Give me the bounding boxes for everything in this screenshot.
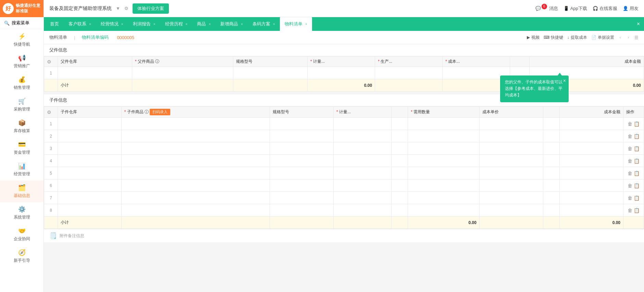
scan-input-btn[interactable]: 扫码录入 <box>150 109 170 115</box>
basic-info-icon: 🗂️ <box>18 184 26 191</box>
child-col-unit-cost: 成本单价 <box>479 107 543 118</box>
child-col-warehouse: 子件仓库 <box>58 107 122 118</box>
settings-icon[interactable]: ⚙ <box>124 6 128 11</box>
child-row-7: 7 🗑📋 <box>44 192 644 204</box>
child-row-3: 3 🗑📋 <box>44 142 644 155</box>
copy-row-6-btn[interactable]: 📋 <box>634 183 640 188</box>
parent-gear-icon[interactable]: ⚙ <box>47 59 51 65</box>
child-col-qty: * 需用数量 <box>408 107 480 118</box>
breadcrumb-2: 物料清单编码 <box>82 34 109 40</box>
user-avatar-icon: 👤 <box>623 6 628 11</box>
tab-bom[interactable]: 物料清单× <box>280 17 312 31</box>
tab-home[interactable]: 首页 <box>45 17 64 31</box>
tab-customer[interactable]: 客户联系× <box>64 17 96 31</box>
doc-settings-btn[interactable]: 📄 单据设置 <box>591 35 614 40</box>
copy-row-3-btn[interactable]: 📋 <box>634 146 640 151</box>
close-operations-tab[interactable]: × <box>121 22 123 26</box>
sidebar-item-basic-info[interactable]: 🗂️ 基础信息 <box>0 180 44 202</box>
tab-profit[interactable]: 利润报告× <box>128 17 160 31</box>
sidebar-item-inventory[interactable]: 📦 库存核算 <box>0 116 44 137</box>
child-col-spec: 规格型号 <box>270 107 334 118</box>
delete-row-3-btn[interactable]: 🗑 <box>628 146 632 151</box>
online-service-button[interactable]: 🎧 在线客服 <box>593 5 617 12</box>
app-download-button[interactable]: 📱 App下载 <box>564 5 587 12</box>
tooltip-close-btn[interactable]: × <box>563 77 566 84</box>
search-icon: 🔍 <box>4 21 10 26</box>
search-menu[interactable]: 🔍 搜索菜单 <box>0 17 44 29</box>
close-history-tab[interactable]: × <box>186 22 188 26</box>
copy-row-4-btn[interactable]: 📋 <box>634 158 640 164</box>
delete-row-8-btn[interactable]: 🗑 <box>628 208 632 213</box>
tab-operations[interactable]: 经营情况× <box>96 17 128 31</box>
guide-icon: 🧭 <box>18 249 26 256</box>
tab-barcode[interactable]: 条码方案× <box>248 17 280 31</box>
close-new-goods-tab[interactable]: × <box>241 22 243 26</box>
delete-row-7-btn[interactable]: 🗑 <box>628 195 632 201</box>
sidebar-item-sales[interactable]: 💰 销售管理 <box>0 72 44 94</box>
parent-col-goods: * 父件商品 ⓘ <box>132 57 233 67</box>
video-btn[interactable]: ▶ 视频 <box>527 35 540 40</box>
page-header: 物料清单 | 物料清单编码 0000005 ▶ 视频 ⌨ 快捷键 ↓ 提取成本 … <box>44 31 644 44</box>
copy-row-7-btn[interactable]: 📋 <box>634 195 640 201</box>
sidebar-item-operations[interactable]: 📊 经营管理 <box>0 159 44 180</box>
child-subtotal-row: 小计 0.00 0.00 <box>44 217 644 229</box>
child-row-5: 5 🗑📋 <box>44 167 644 179</box>
child-row-6: 6 🗑📋 <box>44 179 644 192</box>
child-row-1: 1 🗑📋 <box>44 118 644 130</box>
dropdown-arrow-icon[interactable]: ▼ <box>116 6 120 11</box>
sidebar-item-guide[interactable]: 🧭 新手引导 <box>0 245 44 267</box>
message-button[interactable]: 💬 6 消息 <box>535 5 558 12</box>
child-gear-icon[interactable]: ⚙ <box>47 109 51 115</box>
child-col-cost-amount: 成本金额 <box>560 107 623 118</box>
close-customer-tab[interactable]: × <box>89 22 91 26</box>
child-col-settings: ⚙ <box>44 107 58 118</box>
sidebar-item-finance[interactable]: 💳 资金管理 <box>0 137 44 159</box>
user-profile-button[interactable]: 👤 用友 <box>623 5 639 12</box>
sidebar-item-marketing[interactable]: 📢 营销推广 <box>0 51 44 72</box>
sidebar-item-collab[interactable]: 🤝 企业协同 <box>0 224 44 245</box>
list-view-btn[interactable]: ☰ <box>634 35 639 40</box>
shortcut-btn[interactable]: ⌨ 快捷键 <box>544 35 563 40</box>
experience-button[interactable]: 体验行业方案 <box>133 3 169 14</box>
sidebar-item-system[interactable]: ⚙️ 系统管理 <box>0 202 44 224</box>
tab-goods[interactable]: 商品× <box>192 17 215 31</box>
tab-history[interactable]: 经营历程× <box>160 17 193 31</box>
delete-row-5-btn[interactable]: 🗑 <box>628 171 632 176</box>
copy-row-8-btn[interactable]: 📋 <box>634 208 640 213</box>
parent-col-spec: 规格型号 <box>233 57 308 67</box>
close-barcode-tab[interactable]: × <box>273 22 275 26</box>
child-col-unit: * 计量... <box>333 107 391 118</box>
delete-row-6-btn[interactable]: 🗑 <box>628 183 632 188</box>
close-profit-tab[interactable]: × <box>153 22 156 26</box>
prev-page-btn[interactable]: ‹ <box>618 35 622 40</box>
quick-nav-icon: ⚡ <box>18 33 26 40</box>
extract-cost-btn[interactable]: ↓ 提取成本 <box>567 35 587 40</box>
copy-row-5-btn[interactable]: 📋 <box>634 171 640 176</box>
tab-new-goods[interactable]: 新增商品× <box>215 17 248 31</box>
sidebar-item-quick-nav[interactable]: ⚡ 快捷导航 <box>0 29 44 51</box>
operations-icon: 📊 <box>18 162 26 170</box>
delete-row-1-btn[interactable]: 🗑 <box>628 121 632 127</box>
system-icon: ⚙️ <box>18 206 26 213</box>
child-section: 子件信息 ⚙ 子件仓库 * 子件商品 ⓘ 扫码录入 规格型号 * 计量... *… <box>44 94 644 229</box>
next-page-btn[interactable]: › <box>626 35 630 40</box>
close-goods-tab[interactable]: × <box>209 22 211 26</box>
delete-row-4-btn[interactable]: 🗑 <box>628 158 632 164</box>
copy-row-1-btn[interactable]: 📋 <box>634 121 640 127</box>
logo-icon: 好 <box>3 3 14 14</box>
parent-col-production: * 生产... <box>375 57 443 67</box>
close-bom-tab[interactable]: × <box>305 22 307 26</box>
copy-row-2-btn[interactable]: 📋 <box>634 133 640 139</box>
child-col-action: 操作 <box>623 107 644 118</box>
top-header: 装备及固定资产辅助管理系统 ▼ ⚙ 体验行业方案 💬 6 消息 📱 App下载 … <box>44 0 644 17</box>
keyboard-icon: ⌨ <box>544 35 549 40</box>
extract-icon: ↓ <box>567 35 569 40</box>
message-badge: 6 <box>542 4 547 9</box>
bottom-label: 附件备注信息 <box>60 233 84 239</box>
child-row-8: 8 🗑📋 <box>44 204 644 217</box>
delete-row-2-btn[interactable]: 🗑 <box>628 133 632 139</box>
parent-col-cost-amount: 成本金额 <box>530 57 644 67</box>
sidebar-item-purchase[interactable]: 🛒 采购管理 <box>0 94 44 116</box>
close-all-tabs[interactable]: × <box>634 21 643 27</box>
parent-col-settings: ⚙ <box>44 57 58 67</box>
